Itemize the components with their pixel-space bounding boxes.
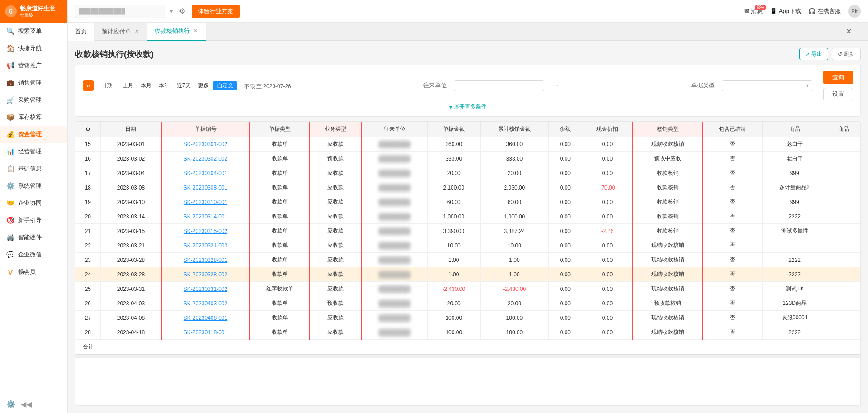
cell-sk-no[interactable]: SK-20230321-003 — [161, 238, 250, 253]
headset-icon: 🎧 — [808, 8, 816, 14]
sidebar-item-search[interactable]: 🔍 搜索菜单 — [0, 23, 67, 40]
sidebar-item-sales[interactable]: 💼 销售管理 — [0, 74, 67, 91]
cell-biz-type: 预收款 — [310, 152, 361, 166]
cell-balance: 0.00 — [549, 282, 582, 296]
cell-amount: 100.00 — [427, 325, 480, 340]
cell-balance: 0.00 — [549, 152, 582, 166]
cell-sk-no[interactable]: SK-20230328-002 — [161, 267, 250, 282]
cell-receipt-type: 收款单 — [250, 180, 310, 195]
cell-product2 — [827, 282, 860, 296]
th-sk-no: 单据编号 — [161, 122, 250, 137]
cell-sk-no[interactable]: SK-20230418-001 — [161, 325, 250, 340]
sidebar-item-wechat[interactable]: 💬 企业微信 — [0, 246, 67, 263]
tab-collection-close[interactable]: ✕ — [193, 27, 198, 35]
cell-date: 2023-03-08 — [100, 180, 161, 195]
receipt-type-filter-input[interactable] — [722, 80, 812, 91]
sidebar-item-system[interactable]: ⚙️ 系统管理 — [0, 177, 67, 195]
settings-icon[interactable]: ⚙️ — [6, 400, 15, 408]
cell-cum-amount: 100.00 — [480, 325, 549, 340]
message-button[interactable]: ✉ 消息 99+ — [744, 7, 763, 15]
cell-sk-no[interactable]: SK-20230328-001 — [161, 253, 250, 267]
tab-prepay[interactable]: 预计应付单 ✕ — [94, 23, 147, 41]
sidebar-item-inventory[interactable]: 📦 库存核算 — [0, 109, 67, 126]
sidebar-item-basic[interactable]: 📋 基础信息 — [0, 160, 67, 177]
sidebar-item-purchase[interactable]: 🛒 采购管理 — [0, 91, 67, 109]
date-btn-more[interactable]: 更多 — [195, 81, 212, 90]
cell-sk-no[interactable]: SK-20230408-001 — [161, 311, 250, 325]
tab-collection[interactable]: 收款核销执行 ✕ — [147, 23, 206, 41]
date-range-text: 不限 至 2023-07-26 — [244, 83, 291, 90]
cell-amount: 1,000.00 — [427, 209, 480, 224]
cell-date: 2023-03-15 — [100, 224, 161, 238]
cell-product1: 2222 — [762, 267, 827, 282]
cell-discount: 0.00 — [582, 152, 633, 166]
sidebar-item-guide[interactable]: 🎯 新手引导 — [0, 212, 67, 229]
sidebar-item-quicknav[interactable]: 🏠 快捷导航 — [0, 40, 67, 57]
cell-sk-no[interactable]: SK-20230304-001 — [161, 166, 250, 180]
sidebar-item-marketing[interactable]: 📢 营销推广 — [0, 57, 67, 74]
logo-icon: 6 — [5, 5, 17, 18]
cell-cum-amount: 1.00 — [480, 253, 549, 267]
expand-more-button[interactable]: ▾ 展开更多条件 — [449, 103, 486, 111]
cell-cum-amount: 1.00 — [480, 267, 549, 282]
sidebar-item-corp[interactable]: 🤝 企业协同 — [0, 195, 67, 212]
sidebar-item-finance[interactable]: 💰 资金管理 — [0, 126, 67, 143]
cell-cum-amount: 1,000.00 — [480, 209, 549, 224]
horizontal-scrollbar[interactable] — [75, 354, 860, 358]
sidebar-item-hardware[interactable]: 🖨️ 智能硬件 — [0, 229, 67, 246]
cell-amount: 20.00 — [427, 166, 480, 180]
solution-button[interactable]: 体验行业方案 — [192, 5, 240, 18]
sidebar-item-vip[interactable]: V 畅会员 — [0, 263, 67, 280]
app-download-button[interactable]: 📱 App下载 — [770, 7, 801, 15]
cell-sk-no[interactable]: SK-20230308-001 — [161, 180, 250, 195]
cell-sk-no[interactable]: SK-20230301-002 — [161, 137, 250, 152]
collapse-icon[interactable]: ◀◀ — [21, 400, 32, 408]
cell-sk-no[interactable]: SK-20230331-002 — [161, 282, 250, 296]
tab-close-all-button[interactable]: ✕ — [846, 27, 852, 36]
app-label: App下载 — [779, 7, 801, 15]
cell-sk-no[interactable]: SK-20230314-001 — [161, 209, 250, 224]
th-receipt-type: 单据类型 — [250, 122, 310, 137]
sidebar-item-business[interactable]: 📊 经营管理 — [0, 143, 67, 160]
date-btn-7days[interactable]: 近7天 — [174, 81, 193, 90]
date-btn-this-year[interactable]: 本年 — [156, 81, 172, 90]
date-btn-this-month[interactable]: 本月 — [138, 81, 154, 90]
cell-sk-no[interactable]: SK-20230310-001 — [161, 195, 250, 209]
sidebar-item-label-purchase: 采购管理 — [18, 96, 42, 104]
cell-partner: ████████ — [361, 311, 427, 325]
refresh-button[interactable]: ↺ 刷新 — [832, 48, 861, 60]
cell-sk-no[interactable]: SK-20230302-002 — [161, 152, 250, 166]
filter-expand-arrow[interactable]: » — [83, 80, 94, 91]
th-product1: 商品 — [762, 122, 827, 137]
cell-discount: 0.00 — [582, 238, 633, 253]
tab-prepay-close[interactable]: ✕ — [134, 28, 140, 35]
partner-filter-label: 往来单位 — [423, 81, 447, 90]
cell-cum-amount: 10.00 — [480, 238, 549, 253]
footer-total-label: 合计 — [75, 340, 860, 354]
refresh-icon: ↺ — [838, 51, 842, 57]
cell-biz-type: 应收款 — [310, 253, 361, 267]
service-button[interactable]: 🎧 在线客服 — [808, 7, 841, 15]
query-button[interactable]: 查询 — [823, 71, 853, 84]
tab-home[interactable]: 首页 — [68, 23, 94, 41]
cell-row-num: 26 — [75, 296, 100, 311]
partner-filter-input[interactable] — [454, 80, 544, 91]
topbar-actions: ✉ 消息 99+ 📱 App下载 🎧 在线客服 Rit — [744, 5, 861, 18]
export-button[interactable]: ↗ 导出 — [799, 48, 828, 60]
cell-write-off-type: 收款核销 — [633, 180, 702, 195]
chevron-down-icon[interactable]: ▾ — [170, 8, 173, 14]
date-btn-last-month[interactable]: 上月 — [120, 81, 136, 90]
cell-partner: ████████ — [361, 152, 427, 166]
export-label: 导出 — [811, 50, 822, 58]
cell-sk-no[interactable]: SK-20230403-002 — [161, 296, 250, 311]
cell-receipt-type: 收款单 — [250, 296, 310, 311]
sidebar-item-label-marketing: 营销推广 — [18, 62, 42, 70]
setting-button[interactable]: 设置 — [823, 88, 853, 100]
avatar[interactable]: Rit — [848, 5, 861, 18]
gear-icon[interactable]: ⚙ — [177, 5, 187, 17]
cell-product1: 2222 — [762, 325, 827, 340]
tab-expand-button[interactable]: ⛶ — [855, 28, 863, 36]
date-btn-custom[interactable]: 自定义 — [213, 81, 237, 90]
cell-sk-no[interactable]: SK-20230315-002 — [161, 224, 250, 238]
cell-balance: 0.00 — [549, 166, 582, 180]
